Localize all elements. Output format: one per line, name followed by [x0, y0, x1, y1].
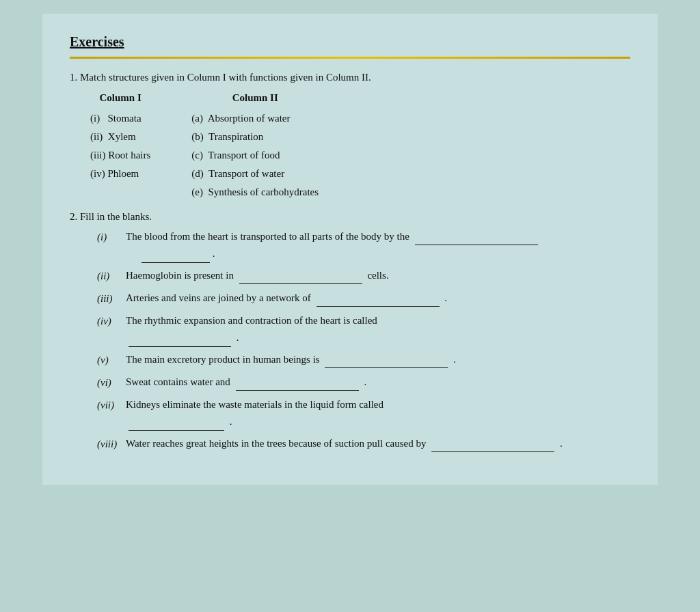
- fill-text-3: Arteries and veins are joined by a netwo…: [126, 290, 630, 307]
- column-1: Column I (i) Stomata (ii) Xylem (iii) Ro…: [90, 92, 150, 201]
- blank-6: [236, 389, 359, 391]
- blank-3: [317, 305, 440, 307]
- blank-8: [431, 451, 554, 452]
- roman-vi: (vi): [97, 374, 122, 392]
- fill-text-8: Water reaches great heights in the trees…: [126, 435, 630, 453]
- question-2-section: 2. Fill in the blanks. (i) The blood fro…: [70, 211, 630, 454]
- col1-item-4: (iv) Phloem: [90, 165, 150, 183]
- col1-item-1: (i) Stomata: [90, 109, 150, 128]
- fill-item-8: (viii) Water reaches great heights in th…: [97, 435, 630, 454]
- fill-item-2: (ii) Haemoglobin is present in cells.: [97, 267, 630, 286]
- fill-item-5: (v) The main excretory product in human …: [97, 351, 630, 370]
- col1-item-3: (iii) Root hairs: [90, 146, 150, 165]
- roman-v: (v): [97, 351, 122, 370]
- blank-1: [415, 244, 538, 245]
- columns-container: Column I (i) Stomata (ii) Xylem (iii) Ro…: [90, 92, 630, 201]
- roman-iv: (iv): [97, 312, 122, 331]
- blank-5: [325, 367, 448, 368]
- fill-text-6: Sweat contains water and .: [126, 374, 630, 391]
- blank-7: [129, 430, 224, 431]
- roman-vii: (vii): [97, 396, 122, 415]
- fill-item-4: (iv) The rhythmic expansion and contract…: [97, 312, 630, 347]
- fill-item-7: (vii) Kidneys eliminate the waste materi…: [97, 396, 630, 431]
- col2-header: Column II: [191, 92, 319, 104]
- q2-header: 2. Fill in the blanks.: [70, 211, 630, 223]
- roman-viii: (viii): [97, 435, 122, 454]
- col1-item-2: (ii) Xylem: [90, 128, 150, 146]
- q2-label: 2.: [70, 211, 80, 222]
- fill-items: (i) The blood from the heart is transpor…: [97, 228, 630, 454]
- blank-1b: [142, 262, 210, 263]
- fill-text-2: Haemoglobin is present in cells.: [126, 267, 630, 285]
- question-1: 1. Match structures given in Column I wi…: [70, 70, 630, 85]
- fill-item-1: (i) The blood from the heart is transpor…: [97, 228, 630, 263]
- col2-item-a: (a) Absorption of water: [191, 109, 319, 128]
- section-title: Exercises: [70, 34, 630, 50]
- gold-divider: [70, 57, 630, 59]
- page-container: Exercises 1. Match structures given in C…: [42, 14, 658, 485]
- column-2: Column II (a) Absorption of water (b) Tr…: [191, 92, 319, 201]
- q1-label: 1.: [70, 72, 77, 83]
- col2-item-d: (d) Transport of water: [191, 165, 319, 183]
- fill-item-3: (iii) Arteries and veins are joined by a…: [97, 290, 630, 308]
- roman-ii: (ii): [97, 267, 122, 286]
- blank-2: [239, 283, 362, 284]
- fill-text-4: The rhythmic expansion and contraction o…: [126, 312, 630, 347]
- roman-iii: (iii): [97, 290, 122, 308]
- col1-header: Column I: [90, 92, 150, 104]
- blank-4: [129, 346, 231, 347]
- q1-text: Match structures given in Column I with …: [80, 72, 371, 83]
- fill-item-6: (vi) Sweat contains water and .: [97, 374, 630, 392]
- roman-i: (i): [97, 228, 122, 247]
- fill-text-7: Kidneys eliminate the waste materials in…: [126, 396, 630, 431]
- col2-item-c: (c) Transport of food: [191, 146, 319, 165]
- col2-item-e: (e) Synthesis of carbohydrates: [191, 183, 319, 201]
- fill-text-5: The main excretory product in human bein…: [126, 351, 630, 369]
- fill-text-1: The blood from the heart is transported …: [126, 228, 630, 263]
- q2-text: Fill in the blanks.: [80, 211, 152, 222]
- col2-item-b: (b) Transpiration: [191, 128, 319, 146]
